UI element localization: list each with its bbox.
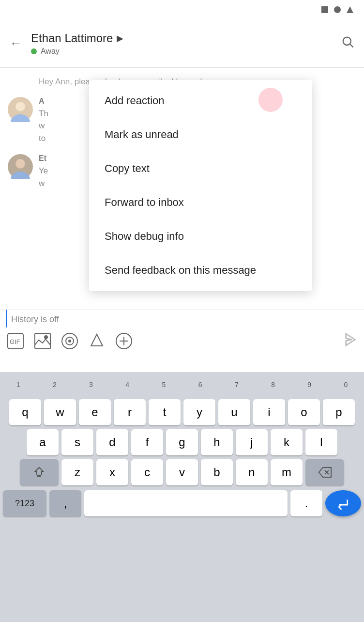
key-t[interactable]: t <box>149 399 181 425</box>
send-feedback-item[interactable]: Send feedback on this message <box>89 253 312 287</box>
key-v[interactable]: v <box>166 459 198 485</box>
keyboard-qwerty-row: q w e r t y u i o p <box>0 397 364 427</box>
key-e[interactable]: e <box>79 399 111 425</box>
svg-point-16 <box>45 336 47 339</box>
reaction-bubble <box>258 88 283 112</box>
svg-marker-20 <box>91 334 103 346</box>
keyboard-asdf-row: a s d f g h j k l <box>0 427 364 457</box>
key-p[interactable]: p <box>323 399 355 425</box>
key-r[interactable]: r <box>114 399 146 425</box>
show-debug-label: Show debug info <box>105 230 184 242</box>
copy-text-item[interactable]: Copy text <box>89 152 312 186</box>
signal-icon <box>346 5 354 14</box>
key-8[interactable]: 8 <box>255 372 291 397</box>
dot-key[interactable]: . <box>290 490 322 516</box>
key-5[interactable]: 5 <box>146 372 182 397</box>
keyboard-number-row: 1 2 3 4 5 6 7 8 9 0 <box>0 372 364 397</box>
key-4[interactable]: 4 <box>109 372 146 397</box>
svg-point-1 <box>334 6 341 13</box>
key-m[interactable]: m <box>271 459 303 485</box>
forward-inbox-label: Forward to inbox <box>105 196 184 208</box>
contact-status: Away <box>31 47 341 56</box>
keyboard-zxcv-row: z x c v b n m <box>0 457 364 487</box>
key-y[interactable]: y <box>183 399 215 425</box>
key-w[interactable]: w <box>44 399 76 425</box>
add-reaction-item[interactable]: Add reaction <box>89 84 312 118</box>
image-button[interactable] <box>33 331 52 351</box>
svg-point-3 <box>343 37 351 45</box>
app-header: ← Ethan Lattimore ▶ Away <box>0 19 364 68</box>
key-9[interactable]: 9 <box>291 372 328 397</box>
key-i[interactable]: i <box>253 399 285 425</box>
key-n[interactable]: n <box>236 459 268 485</box>
show-debug-item[interactable]: Show debug info <box>89 219 312 253</box>
mark-unread-label: Mark as unread <box>105 128 179 140</box>
comma-label: , <box>64 497 67 510</box>
enter-key[interactable] <box>325 490 361 516</box>
history-off-bar: History is off <box>6 310 358 327</box>
copy-text-label: Copy text <box>105 162 150 174</box>
svg-point-19 <box>69 340 71 342</box>
space-key[interactable] <box>84 490 288 516</box>
send-button[interactable] <box>343 332 358 351</box>
forward-inbox-item[interactable]: Forward to inbox <box>89 186 312 219</box>
key-j[interactable]: j <box>236 429 268 455</box>
key-7[interactable]: 7 <box>218 372 255 397</box>
key-f[interactable]: f <box>131 429 163 455</box>
key-s[interactable]: s <box>61 429 93 455</box>
history-text: History is off <box>11 314 59 325</box>
circle-icon <box>333 5 342 14</box>
svg-rect-0 <box>321 6 328 13</box>
svg-line-4 <box>350 44 353 47</box>
key-z[interactable]: z <box>61 459 93 485</box>
gif-button[interactable]: GIF <box>6 331 25 351</box>
message-toolbar: GIF <box>6 327 358 355</box>
key-2[interactable]: 2 <box>36 372 73 397</box>
send-feedback-label: Send feedback on this message <box>105 264 256 276</box>
camera-button[interactable] <box>60 331 79 351</box>
comma-key[interactable]: , <box>49 490 81 516</box>
online-status-dot <box>31 48 37 54</box>
add-reaction-label: Add reaction <box>105 94 165 107</box>
context-menu: Add reaction Mark as unread Copy text Fo… <box>89 80 312 291</box>
svg-marker-2 <box>347 6 353 13</box>
key-3[interactable]: 3 <box>73 372 109 397</box>
key-o[interactable]: o <box>288 399 320 425</box>
backspace-key[interactable] <box>305 459 344 485</box>
contact-name: Ethan Lattimore ▶ <box>31 31 341 45</box>
key-h[interactable]: h <box>201 429 233 455</box>
svg-rect-15 <box>35 333 50 349</box>
back-button[interactable]: ← <box>10 36 22 51</box>
key-k[interactable]: k <box>271 429 303 455</box>
key-0[interactable]: 0 <box>328 372 364 397</box>
svg-text:GIF: GIF <box>10 338 20 345</box>
key-x[interactable]: x <box>96 459 128 485</box>
key-6[interactable]: 6 <box>182 372 218 397</box>
chevron-right-icon: ▶ <box>117 33 123 44</box>
input-area: History is off GIF <box>0 309 364 372</box>
search-button[interactable] <box>341 35 354 52</box>
key-u[interactable]: u <box>218 399 250 425</box>
numeric-label: ?123 <box>15 498 34 509</box>
svg-marker-24 <box>346 334 355 345</box>
mark-unread-item[interactable]: Mark as unread <box>89 118 312 152</box>
status-label: Away <box>41 47 60 56</box>
key-l[interactable]: l <box>305 429 337 455</box>
key-g[interactable]: g <box>166 429 198 455</box>
key-d[interactable]: d <box>96 429 128 455</box>
dot-label: . <box>305 497 308 510</box>
header-title-area: Ethan Lattimore ▶ Away <box>31 31 341 56</box>
drive-button[interactable] <box>87 331 106 351</box>
key-1[interactable]: 1 <box>0 372 36 397</box>
keyboard: 1 2 3 4 5 6 7 8 9 0 q w e r t y u i o p … <box>0 372 364 622</box>
add-button[interactable] <box>114 331 134 351</box>
numeric-key[interactable]: ?123 <box>3 490 46 516</box>
shift-key[interactable] <box>20 459 59 485</box>
status-bar <box>0 0 364 19</box>
key-q[interactable]: q <box>9 399 41 425</box>
key-b[interactable]: b <box>201 459 233 485</box>
square-icon <box>320 5 329 14</box>
svg-rect-25 <box>38 475 41 476</box>
key-a[interactable]: a <box>27 429 59 455</box>
key-c[interactable]: c <box>131 459 163 485</box>
